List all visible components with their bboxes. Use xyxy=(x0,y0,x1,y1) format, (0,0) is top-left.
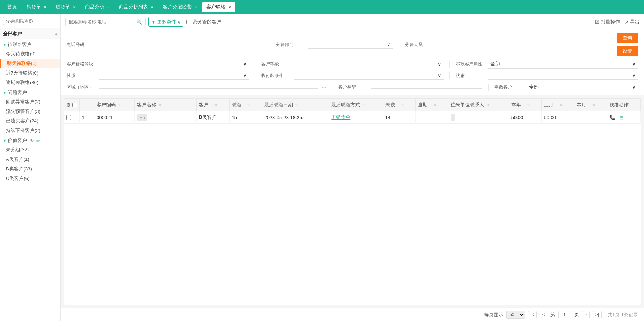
action-grid-icon[interactable]: ⊞ xyxy=(620,115,624,120)
row-checkbox[interactable] xyxy=(66,115,71,120)
per-page-select[interactable]: 50 100 200 xyxy=(506,311,525,319)
sort-date-icon: ⇅ xyxy=(295,103,298,107)
customer-level-select[interactable]: ∨ xyxy=(294,60,444,68)
sidebar-item-overdue-contact[interactable]: 逾期未联络(30) xyxy=(0,78,60,87)
query-btn[interactable]: 查询 xyxy=(617,33,638,43)
nav-product-analysis-list-close[interactable]: × xyxy=(151,5,153,9)
value-group-refresh-icon[interactable]: ↻ xyxy=(30,138,34,144)
th-gear: ⚙ xyxy=(64,99,80,111)
divider-4 xyxy=(449,61,450,68)
my-customers-checkbox[interactable] xyxy=(186,20,191,24)
nav-product-analysis[interactable]: 商品分析 × xyxy=(81,2,114,12)
table-header-row: ⚙ 客户编码 ⇅ 客户名称 ⇅ xyxy=(64,99,641,111)
th-uncontacted[interactable]: 未联... ⇅ xyxy=(383,99,416,111)
th-last-month[interactable]: 上月... ⇅ xyxy=(542,99,574,111)
status-select[interactable]: ∨ xyxy=(488,72,638,80)
sidebar-item-c-class[interactable]: C类客户(6) xyxy=(0,174,60,183)
row-last-method[interactable]: 下销货单 xyxy=(329,111,383,124)
row-last-month: 50.00 xyxy=(542,111,574,124)
toolbar-right: ☑ 批量操作 ↗ 导出 xyxy=(595,18,640,25)
sidebar-item-ungrouped[interactable]: 未分组(32) xyxy=(0,145,60,155)
customer-type-select[interactable] xyxy=(371,86,482,89)
nav-customer-contact-close[interactable]: × xyxy=(228,5,231,9)
th-this-year[interactable]: 本年... ⇅ xyxy=(509,99,542,111)
divider-8 xyxy=(488,84,489,91)
first-page-btn[interactable]: |< xyxy=(528,311,537,318)
sort-this-month-icon: ⇅ xyxy=(592,103,595,107)
sidebar-search-input[interactable] xyxy=(3,17,61,25)
sort-uncontacted-icon: ⇅ xyxy=(401,103,404,107)
th-contact-count[interactable]: 联络... ⇅ xyxy=(229,99,262,111)
payment-select[interactable]: ∨ xyxy=(294,72,444,80)
retail-customer-select[interactable]: 全部 ∨ xyxy=(527,83,638,92)
sidebar-item-churn-warning[interactable]: 流失预警客户(3) xyxy=(0,107,60,116)
next-page-btn[interactable]: > xyxy=(582,311,590,318)
nav-product-analysis-list[interactable]: 商品分析列表 × xyxy=(115,2,157,12)
export-btn[interactable]: ↗ 导出 xyxy=(624,18,640,25)
batch-op-btn[interactable]: ☑ 批量操作 xyxy=(595,18,620,25)
value-group-edit-icon[interactable]: ✏ xyxy=(36,138,40,144)
gear-icon[interactable]: ⚙ xyxy=(66,102,71,108)
last-method-link[interactable]: 下销货单 xyxy=(331,114,350,120)
row-customer-type: B类客户 xyxy=(196,111,229,124)
area-dots-icon[interactable]: ··· xyxy=(322,84,326,90)
th-this-month[interactable]: 本月... ⇅ xyxy=(574,99,607,111)
area-input[interactable] xyxy=(99,86,318,89)
filter-more-btn[interactable]: ▼ 更多条件 ∧ xyxy=(148,17,183,27)
price-level-select[interactable]: ∨ xyxy=(99,60,249,68)
nav-customer-tier[interactable]: 客户分层经营 × xyxy=(158,2,201,12)
sidebar-all-customers-header[interactable]: 全部客户 « xyxy=(0,28,60,39)
person-input[interactable] xyxy=(437,44,602,46)
row-contact-person xyxy=(448,111,509,124)
sidebar-item-a-class[interactable]: A类客户(1) xyxy=(0,155,60,164)
page-input[interactable] xyxy=(558,311,571,318)
nav-product-analysis-close[interactable]: × xyxy=(107,5,109,9)
phone-input[interactable] xyxy=(99,44,264,46)
sidebar-item-b-class[interactable]: B类客户(33) xyxy=(0,164,60,174)
sidebar-item-churned[interactable]: 已流失客户(24) xyxy=(0,116,60,126)
th-code[interactable]: 客户编码 ⇅ xyxy=(94,99,135,111)
phone-label: 电话号码 xyxy=(67,42,96,48)
filter-row-2: 客户价格等级 ∨ 客户等级 ∨ 零散客户属性 全部 ∨ xyxy=(67,59,638,69)
retail-attr-select[interactable]: 全部 ∨ xyxy=(488,59,638,69)
data-table-container: ⚙ 客户编码 ⇅ 客户名称 ⇅ xyxy=(64,98,641,305)
sidebar-item-today-contact[interactable]: 今天待联络(0) xyxy=(0,49,60,59)
prev-page-btn[interactable]: < xyxy=(540,311,547,318)
nav-sales-order[interactable]: 销货单 × xyxy=(22,2,50,12)
th-overdue[interactable]: 逾期... ⇅ xyxy=(416,99,448,111)
select-all-checkbox[interactable] xyxy=(72,103,77,107)
sidebar-item-7day-contact[interactable]: 近7天待联络(0) xyxy=(0,68,60,78)
th-last-contact-date[interactable]: 最后联络日期 ⇅ xyxy=(262,99,329,111)
sort-person-icon: ⇅ xyxy=(486,103,489,107)
gender-select[interactable]: ∨ xyxy=(99,72,249,80)
th-contact-person[interactable]: 往来单位联系人 ⇅ xyxy=(448,99,509,111)
th-customer-type[interactable]: 客户... ⇅ xyxy=(196,99,229,111)
toolbar: 🔍 ▼ 更多条件 ∧ 我分管的客户 ☑ 批量操作 ↗ 导出 xyxy=(61,14,644,30)
th-name[interactable]: 客户名称 ⇅ xyxy=(134,99,196,111)
table-row: 1 000021 Ea B类客户 15 2023-05-23 18:25: 下销… xyxy=(64,111,641,124)
nav-purchase-close[interactable]: × xyxy=(73,5,75,9)
sidebar-value-group: 价值客户 ↻ ✏ xyxy=(0,135,60,145)
last-page-btn[interactable]: >| xyxy=(593,311,602,318)
dept-label: 分管部门 xyxy=(276,42,305,48)
row-this-year: 50.00 xyxy=(509,111,542,124)
sidebar-item-abnormal-repurchase[interactable]: 回购异常客户(2) xyxy=(0,97,60,107)
sidebar-item-declining[interactable]: 持续下滑客户(2) xyxy=(0,126,60,135)
sidebar-item-tomorrow-contact[interactable]: 明天待联络(1) xyxy=(0,59,60,68)
row-name: Ea xyxy=(134,111,196,124)
nav-sales-order-close[interactable]: × xyxy=(44,5,46,9)
gender-label: 性质 xyxy=(67,73,96,79)
toolbar-search-icon[interactable]: 🔍 xyxy=(136,19,142,25)
toolbar-search-input[interactable] xyxy=(69,19,135,24)
person-dots-icon[interactable]: ··· xyxy=(606,42,611,48)
nav-purchase-order[interactable]: 进货单 × xyxy=(51,2,80,12)
nav-customer-tier-close[interactable]: × xyxy=(195,5,197,9)
action-phone-icon[interactable]: 📞 xyxy=(609,115,615,120)
sidebar-collapse-icon[interactable]: « xyxy=(55,31,57,37)
settings-btn[interactable]: 设置 xyxy=(617,46,638,56)
th-last-contact-method[interactable]: 最后联络方式 ⇅ xyxy=(329,99,383,111)
nav-home[interactable]: 首页 xyxy=(3,2,21,12)
nav-customer-contact[interactable]: 客户联络 × xyxy=(202,2,235,12)
my-customers-checkbox-label[interactable]: 我分管的客户 xyxy=(186,18,221,25)
dept-select[interactable]: ∨ xyxy=(308,41,393,49)
